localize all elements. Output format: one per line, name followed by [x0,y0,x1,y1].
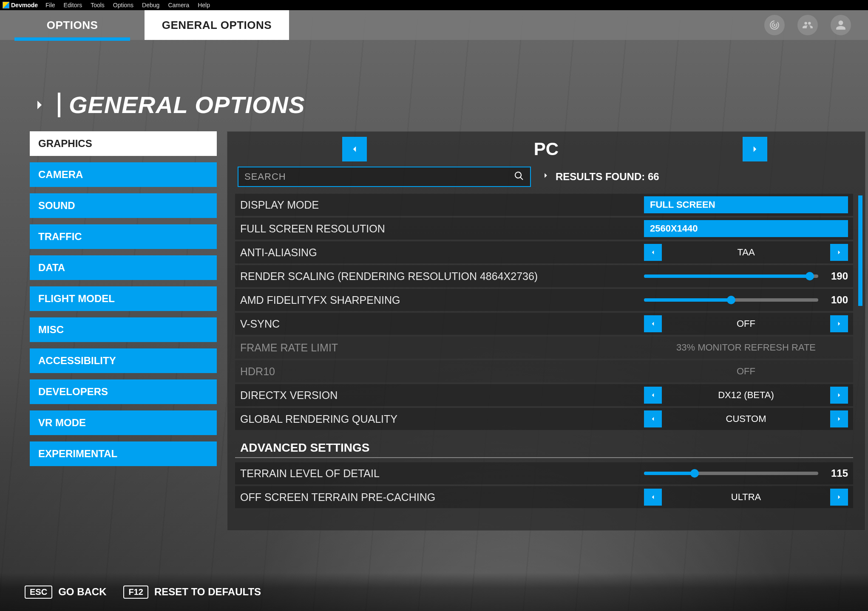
row-frame-limit: FRAME RATE LIMIT 33% MONITOR REFRESH RAT… [235,337,853,359]
devmenu-tools[interactable]: Tools [86,2,109,8]
row-anti-aliasing: ANTI-ALIASING TAA [235,241,853,263]
aa-prev-button[interactable] [644,244,662,261]
sidebar-item-data[interactable]: DATA [30,255,217,280]
platform-next-button[interactable] [743,137,767,161]
precache-next-button[interactable] [830,489,848,506]
slider-render-scaling[interactable]: 190 [644,270,848,282]
key-esc: ESC [25,586,52,599]
label-global-quality: GLOBAL RENDERING QUALITY [240,413,639,425]
search-icon [514,171,524,183]
key-f12: F12 [123,586,148,599]
vsync-next-button[interactable] [830,315,848,332]
quality-prev-button[interactable] [644,410,662,427]
page-title: GENERAL OPTIONS [69,91,305,119]
value-vsync: OFF [662,318,830,329]
tab-options[interactable]: OPTIONS [0,10,145,40]
quality-next-button[interactable] [830,410,848,427]
search-results[interactable]: RESULTS FOUND: 66 [541,171,659,183]
devmode-brand: Devmode [2,2,41,8]
row-hdr10: HDR10 OFF [235,360,853,382]
sidebar-item-camera[interactable]: CAMERA [30,162,217,187]
row-directx: DIRECTX VERSION DX12 (BETA) [235,384,853,406]
label-frame-limit: FRAME RATE LIMIT [240,342,639,354]
header-divider [58,93,60,117]
hint-go-back[interactable]: ESC GO BACK [25,586,106,599]
tab-general-options-label: GENERAL OPTIONS [162,19,272,32]
devmenu-help[interactable]: Help [193,2,214,8]
devmenu-options[interactable]: Options [109,2,138,8]
hint-reset[interactable]: F12 RESET TO DEFAULTS [123,586,261,599]
row-terrain-precache: OFF SCREEN TERRAIN PRE-CACHING ULTRA [235,486,853,508]
aa-next-button[interactable] [830,244,848,261]
platform-prev-button[interactable] [342,137,367,161]
precache-prev-button[interactable] [644,489,662,506]
platform-label: PC [227,139,865,159]
sidebar-item-experimental[interactable]: EXPERIMENTAL [30,441,217,466]
row-terrain-lod: TERRAIN LEVEL OF DETAIL 115 [235,462,853,484]
value-frame-limit: 33% MONITOR REFRESH RATE [644,342,848,353]
devmode-menubar: Devmode File Editors Tools Options Debug… [0,0,868,10]
devmenu-editors[interactable]: Editors [60,2,87,8]
devmenu-camera[interactable]: Camera [164,2,193,8]
sidebar: GRAPHICS CAMERA SOUND TRAFFIC DATA FLIGH… [30,131,217,531]
value-global-quality: CUSTOM [662,413,830,424]
radar-icon[interactable] [764,15,785,35]
label-hdr10: HDR10 [240,365,639,378]
label-directx: DIRECTX VERSION [240,389,639,402]
value-display-mode[interactable]: FULL SCREEN [644,196,848,213]
vsync-prev-button[interactable] [644,315,662,332]
value-terrain-lod: 115 [825,467,848,479]
sidebar-item-sound[interactable]: SOUND [30,193,217,218]
value-directx: DX12 (BETA) [662,390,830,401]
row-resolution: FULL SCREEN RESOLUTION 2560X1440 [235,218,853,240]
section-advanced-settings: ADVANCED SETTINGS [235,432,853,458]
tab-options-label: OPTIONS [47,19,98,32]
search-input[interactable] [244,171,510,182]
sidebar-item-misc[interactable]: MISC [30,317,217,342]
search-row: RESULTS FOUND: 66 [227,167,865,194]
sidebar-item-accessibility[interactable]: ACCESSIBILITY [30,348,217,373]
label-terrain-lod: TERRAIN LEVEL OF DETAIL [240,467,639,480]
row-global-quality: GLOBAL RENDERING QUALITY CUSTOM [235,408,853,430]
devmenu-debug[interactable]: Debug [138,2,164,8]
slider-fidelityfx[interactable]: 100 [644,294,848,306]
settings-list[interactable]: DISPLAY MODE FULL SCREEN FULL SCREEN RES… [227,194,865,530]
tab-general-options[interactable]: GENERAL OPTIONS [145,10,289,40]
friends-icon[interactable] [797,15,818,35]
main-area: GRAPHICS CAMERA SOUND TRAFFIC DATA FLIGH… [0,131,868,531]
label-reset: RESET TO DEFAULTS [154,586,261,598]
sidebar-item-vr-mode[interactable]: VR MODE [30,410,217,435]
label-vsync: V-SYNC [240,318,639,330]
settings-panel: PC RESULTS FOUND: 66 [227,131,865,531]
page-header: GENERAL OPTIONS [0,40,868,131]
row-vsync: V-SYNC OFF [235,313,853,335]
value-anti-aliasing: TAA [662,247,830,258]
devmode-brand-label: Devmode [11,2,38,8]
top-right-icons [764,10,868,40]
label-terrain-precache: OFF SCREEN TERRAIN PRE-CACHING [240,491,639,504]
results-label: RESULTS FOUND: 66 [556,171,659,183]
profile-icon[interactable] [831,15,851,35]
label-fidelityfx: AMD FIDELITYFX SHARPENING [240,294,639,306]
header-chevron-icon[interactable] [30,95,49,115]
label-resolution: FULL SCREEN RESOLUTION [240,223,639,235]
row-render-scaling: RENDER SCALING (RENDERING RESOLUTION 486… [235,265,853,287]
value-render-scaling: 190 [825,270,848,282]
value-hdr10: OFF [644,366,848,377]
dx-prev-button[interactable] [644,387,662,404]
scrollbar[interactable] [858,195,862,306]
sidebar-item-flight-model[interactable]: FLIGHT MODEL [30,286,217,311]
devmenu-file[interactable]: File [41,2,60,8]
label-go-back: GO BACK [58,586,106,598]
results-chevron-icon [541,171,550,183]
sidebar-item-traffic[interactable]: TRAFFIC [30,224,217,249]
sidebar-item-developers[interactable]: DEVELOPERS [30,379,217,404]
label-render-scaling: RENDER SCALING (RENDERING RESOLUTION 486… [240,270,639,283]
sidebar-item-graphics[interactable]: GRAPHICS [30,131,217,156]
dx-next-button[interactable] [830,387,848,404]
footer: ESC GO BACK F12 RESET TO DEFAULTS [0,573,868,611]
platform-switcher: PC [227,132,865,167]
search-box[interactable] [238,167,531,187]
slider-terrain-lod[interactable]: 115 [644,467,848,479]
value-resolution[interactable]: 2560X1440 [644,220,848,237]
